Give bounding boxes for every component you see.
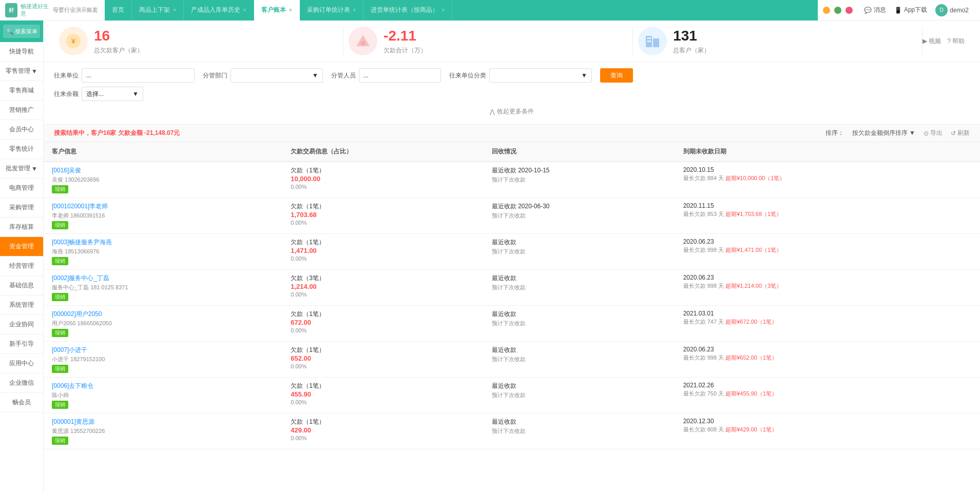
- customer-name-link[interactable]: [000002]用户2050: [52, 310, 274, 319]
- overdue-days: 最长欠款 853 天 超期¥1,703.68（1笔）: [683, 210, 972, 218]
- manager-input[interactable]: ...: [359, 68, 441, 83]
- message-icon: 💬: [864, 7, 872, 14]
- cell-due-date: 2021.02.26 最长欠款 750 天 超期¥455.90（1笔）: [675, 378, 980, 413]
- customer-phone: 黄思源 13552700226: [52, 427, 274, 435]
- close-icon[interactable]: ×: [289, 7, 292, 13]
- table-row: [0003]畅捷服务尹海燕 海燕 18513066976 现销 欠款（1笔） 1…: [44, 234, 980, 270]
- overdue-link[interactable]: 超期¥10,000.00（1笔）: [725, 175, 785, 181]
- debt-amount[interactable]: 1,471.00: [291, 247, 475, 254]
- debt-amount[interactable]: 652.00: [291, 354, 475, 362]
- next-collection: 预计下次收款: [492, 176, 667, 184]
- overdue-link[interactable]: 超期¥1,703.68（1笔）: [725, 211, 782, 217]
- close-icon[interactable]: ×: [173, 7, 176, 13]
- sidebar-item-retail-mall[interactable]: 零售商城: [0, 81, 43, 101]
- message-btn[interactable]: 💬 消息: [864, 6, 886, 14]
- unit-category-select[interactable]: ▼: [489, 68, 592, 83]
- next-collection: 预计下次收款: [492, 320, 667, 327]
- tab-products-off[interactable]: 商品上下架 ×: [132, 0, 184, 21]
- tab-home[interactable]: 首页: [105, 0, 132, 21]
- close-icon[interactable]: ×: [353, 7, 356, 13]
- refresh-btn[interactable]: ↺ 刷新: [951, 129, 970, 137]
- customer-tag: 现销: [52, 329, 68, 337]
- tab-purchase-order[interactable]: 采购订单统计表 ×: [300, 0, 364, 21]
- svg-rect-5: [653, 38, 659, 47]
- sidebar-item-inventory[interactable]: 库存核算: [0, 218, 43, 237]
- debt-amount[interactable]: 455.90: [291, 390, 475, 398]
- sidebar-item-ecommerce[interactable]: 电商管理: [0, 179, 43, 198]
- sidebar-item-system[interactable]: 系统管理: [0, 295, 43, 315]
- debt-amount[interactable]: 429.00: [291, 426, 475, 434]
- customer-name-link[interactable]: [0007]小进干: [52, 346, 274, 354]
- sidebar-item-vip-member[interactable]: 畅会员: [0, 393, 43, 412]
- close-icon[interactable]: ×: [441, 7, 445, 13]
- overdue-link[interactable]: 超期¥1,214.00（3笔）: [725, 283, 782, 289]
- customer-name-link[interactable]: [0002]服务中心_丁磊: [52, 274, 274, 283]
- dept-select[interactable]: ▼: [230, 68, 323, 83]
- view-video-btn[interactable]: ▶ 视频: [923, 37, 941, 46]
- collapse-bar[interactable]: ⋀ 收起更多条件: [54, 105, 970, 118]
- sidebar-item-enterprise-collab[interactable]: 企业协同: [0, 315, 43, 334]
- customer-name-link[interactable]: [0016]吴俊: [52, 166, 274, 175]
- industry-label: 母婴行业演示账套: [49, 6, 103, 14]
- result-actions: 排序： 按欠款金额倒序排序 ▼ ⊙ 导出 ↺ 刷新: [825, 129, 970, 137]
- next-collection: 预计下次收款: [492, 212, 667, 220]
- overdue-link[interactable]: 超期¥672.00（1笔）: [725, 319, 777, 325]
- sidebar-item-batch-mgmt[interactable]: 批发管理 ▼: [0, 159, 43, 179]
- app-download-btn[interactable]: 📱 App下载: [894, 6, 927, 14]
- tab-inbound-stats[interactable]: 进货单统计表（按商品） ×: [363, 0, 452, 21]
- tab-customer-account[interactable]: 客户账本 ×: [254, 0, 300, 21]
- filter-row-2: 往来余额 选择... ▼: [54, 87, 970, 101]
- search-menu-button[interactable]: 🔍 搜索菜单: [3, 25, 40, 38]
- sidebar-item-basic-info[interactable]: 基础信息: [0, 276, 43, 295]
- next-collection: 预计下次收款: [492, 427, 667, 435]
- minimize-button[interactable]: _: [823, 7, 830, 14]
- debt-percent: 0.00%: [291, 363, 475, 369]
- close-button[interactable]: ×: [846, 7, 853, 14]
- sidebar-item-new-guide[interactable]: 新手引导: [0, 334, 43, 354]
- filter-dept: 分管部门 ▼: [203, 68, 323, 83]
- sidebar-item-marketing[interactable]: 营销推广: [0, 101, 43, 120]
- debt-amount[interactable]: 10,000.00: [291, 175, 475, 183]
- customer-name-link[interactable]: [0001020001]李老师: [52, 202, 274, 211]
- cell-debt-info: 欠款（1笔） 672.00 0.00%: [282, 306, 484, 342]
- sidebar-item-quick-nav[interactable]: 快捷导航: [0, 42, 43, 62]
- sort-select[interactable]: 按欠款金额倒序排序 ▼: [852, 129, 915, 137]
- sidebar-item-app-center[interactable]: 应用中心: [0, 354, 43, 373]
- customer-name-link[interactable]: [0006]去下粮仓: [52, 382, 274, 390]
- customer-name-link[interactable]: [000001]黄思源: [52, 418, 274, 426]
- close-icon[interactable]: ×: [243, 7, 246, 13]
- tab-production-history[interactable]: 产成品入库单历史 ×: [184, 0, 254, 21]
- sidebar-item-enterprise-wechat[interactable]: 企业微信: [0, 373, 43, 393]
- sidebar-item-purchase[interactable]: 采购管理: [0, 198, 43, 218]
- balance-label: 往来余额: [54, 90, 79, 98]
- help-btn[interactable]: ? 帮助: [947, 37, 965, 46]
- due-date: 2021.02.26: [683, 382, 972, 389]
- export-btn[interactable]: ⊙ 导出: [924, 129, 943, 137]
- sidebar-item-retail-mgmt[interactable]: 零售管理 ▼: [0, 62, 43, 81]
- user-avatar[interactable]: D demo2: [935, 4, 969, 16]
- search-button[interactable]: 查询: [600, 68, 633, 83]
- sidebar-item-member-center[interactable]: 会员中心: [0, 120, 43, 140]
- chevron-down-icon: ▼: [31, 68, 37, 75]
- from-unit-input[interactable]: ...: [82, 68, 195, 83]
- sidebar-item-retail-stats[interactable]: 零售统计: [0, 140, 43, 159]
- filter-manager: 分管人员 ...: [331, 68, 441, 83]
- overdue-link[interactable]: 超期¥429.00（1笔）: [725, 426, 777, 432]
- debt-amount[interactable]: 672.00: [291, 319, 475, 326]
- maximize-button[interactable]: □: [834, 7, 841, 14]
- overdue-link[interactable]: 超期¥455.90（1笔）: [725, 390, 777, 397]
- overdue-link[interactable]: 超期¥652.00（1笔）: [725, 354, 777, 361]
- svg-rect-9: [649, 41, 651, 42]
- sidebar-item-capital[interactable]: 资金管理: [0, 237, 43, 257]
- balance-select[interactable]: 选择... ▼: [82, 87, 143, 101]
- customer-name-link[interactable]: [0003]畅捷服务尹海燕: [52, 238, 274, 247]
- table-body: [0016]吴俊 吴俊 13026203696 现销 欠款（1笔） 10,000…: [44, 162, 980, 449]
- debt-percent: 0.00%: [291, 435, 475, 441]
- table-row: [0016]吴俊 吴俊 13026203696 现销 欠款（1笔） 10,000…: [44, 162, 980, 198]
- debt-amount[interactable]: 1,703.68: [291, 211, 475, 219]
- logo-icon: 好: [5, 3, 17, 17]
- debt-amount[interactable]: 1,214.00: [291, 283, 475, 290]
- sidebar-item-operations[interactable]: 经营管理: [0, 257, 43, 276]
- overdue-link[interactable]: 超期¥1,471.00（1笔）: [725, 247, 782, 253]
- cell-collection: 最近收款 预计下次收款: [484, 413, 675, 449]
